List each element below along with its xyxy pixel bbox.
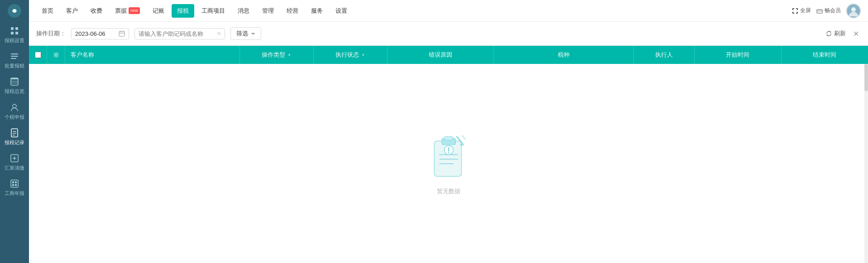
svg-rect-6 [11, 54, 18, 54]
date-input[interactable] [75, 30, 116, 37]
svg-rect-24 [12, 184, 14, 186]
sidebar-item-personal-tax[interactable]: 个税申报 [0, 98, 29, 124]
th-taxtype: 税种 [494, 46, 634, 64]
sidebar-item-tax-records[interactable]: 报税记录 [0, 124, 29, 149]
svg-rect-4 [11, 32, 14, 34]
fullscreen-button[interactable]: 全屏 [792, 7, 811, 15]
scrollbar-thumb[interactable] [864, 64, 868, 91]
sidebar-item-label: 报税记录 [5, 140, 24, 146]
sidebar: 报税设置 批量报税 报税总览 [0, 0, 29, 263]
calendar-icon [119, 30, 125, 37]
svg-rect-14 [11, 129, 18, 137]
sidebar-item-label: 报税设置 [5, 38, 24, 44]
svg-rect-10 [11, 78, 18, 79]
empty-illustration [426, 132, 471, 182]
empty-state: 暂无数据 [426, 132, 471, 195]
sidebar-item-label: 报税总览 [5, 88, 24, 94]
filter-button[interactable]: 筛选 [230, 27, 261, 40]
svg-rect-2 [11, 27, 14, 30]
th-optype[interactable]: 操作类型 [240, 46, 314, 64]
tax-overview-icon [9, 76, 20, 87]
sort-icon [361, 53, 365, 57]
fullscreen-icon [792, 8, 798, 14]
sidebar-item-label: 个税申报 [5, 114, 24, 120]
table-body: 暂无数据 [29, 64, 868, 263]
sidebar-item-tax-overview[interactable]: 报税总览 [0, 73, 29, 98]
settlement-icon [9, 153, 20, 164]
filter-bar: 操作日期： 筛选 [29, 22, 868, 46]
svg-rect-22 [12, 181, 14, 183]
nav-item-tax[interactable]: 报税 [172, 4, 194, 18]
content-area: 操作日期： 筛选 [29, 22, 868, 263]
svg-point-33 [218, 32, 220, 34]
main-area: 首页 客户 收费 票据 new 记账 报税 工商项目 消息 [29, 0, 868, 263]
svg-point-13 [13, 104, 16, 108]
th-starttime: 开始时间 [695, 46, 782, 64]
search-box[interactable] [134, 28, 225, 39]
th-executor: 执行人 [634, 46, 695, 64]
tax-settings-icon [9, 25, 20, 36]
svg-rect-26 [817, 10, 822, 13]
scrollbar-track[interactable] [864, 64, 868, 263]
th-gear[interactable] [47, 46, 65, 64]
vip-icon [816, 8, 823, 14]
topnav-right: 全屏 畅会员 [792, 4, 861, 18]
batch-tax-icon [9, 51, 20, 62]
svg-point-45 [448, 152, 449, 153]
vip-button[interactable]: 畅会员 [816, 7, 841, 15]
nav-item-ledger[interactable]: 记账 [147, 4, 170, 18]
date-label: 操作日期： [36, 29, 66, 38]
th-status[interactable]: 执行状态 [314, 46, 388, 64]
nav-item-client[interactable]: 客户 [61, 4, 83, 18]
user-avatar[interactable] [846, 4, 861, 18]
sidebar-item-batch-tax[interactable]: 批量报税 [0, 47, 29, 73]
svg-rect-39 [445, 136, 453, 140]
empty-text: 暂无数据 [437, 187, 460, 195]
personal-tax-icon [9, 102, 20, 113]
th-checkbox[interactable] [29, 46, 47, 64]
svg-rect-25 [15, 184, 17, 186]
th-endtime: 结束时间 [782, 46, 868, 64]
invoice-badge: new [129, 7, 140, 14]
nav-item-service[interactable]: 服务 [306, 4, 328, 18]
search-input[interactable] [139, 30, 215, 37]
svg-line-48 [462, 136, 465, 139]
refresh-button[interactable]: 刷新 [826, 29, 846, 38]
svg-rect-7 [11, 56, 18, 57]
sidebar-item-annual-report[interactable]: 工商年报 [0, 175, 29, 200]
svg-rect-5 [15, 32, 18, 34]
svg-rect-3 [15, 27, 18, 30]
nav-item-commerce[interactable]: 工商项目 [196, 4, 230, 18]
svg-rect-21 [11, 180, 18, 187]
nav-item-operation[interactable]: 经营 [281, 4, 304, 18]
th-error: 错误原因 [388, 46, 494, 64]
th-client: 客户名称 [65, 46, 240, 64]
svg-point-28 [851, 7, 856, 12]
nav-item-manage[interactable]: 管理 [257, 4, 279, 18]
sidebar-item-label: 批量报税 [5, 63, 24, 69]
sidebar-item-settlement[interactable]: 汇算清缴 [0, 149, 29, 175]
sidebar-item-label: 汇算清缴 [5, 165, 24, 171]
date-picker[interactable] [71, 28, 129, 39]
svg-rect-8 [11, 58, 16, 59]
settings-icon [53, 51, 60, 58]
close-button[interactable]: ✕ [851, 29, 861, 38]
svg-point-35 [55, 54, 57, 56]
data-table: 客户名称 操作类型 执行状态 错误原因 [29, 46, 868, 263]
tax-records-icon [9, 127, 20, 138]
nav-item-billing[interactable]: 收费 [85, 4, 108, 18]
top-navigation: 首页 客户 收费 票据 new 记账 报税 工商项目 消息 [29, 0, 868, 22]
sidebar-item-label: 工商年报 [5, 190, 24, 196]
nav-item-message[interactable]: 消息 [232, 4, 255, 18]
search-icon [217, 30, 221, 37]
svg-line-34 [220, 34, 221, 35]
app-logo[interactable] [0, 0, 29, 22]
select-all-checkbox[interactable] [35, 52, 41, 58]
nav-item-settings[interactable]: 设置 [330, 4, 353, 18]
nav-item-invoice[interactable]: 票据 new [110, 4, 145, 18]
svg-rect-29 [119, 31, 125, 36]
sidebar-item-tax-settings[interactable]: 报税设置 [0, 22, 29, 47]
nav-item-home[interactable]: 首页 [36, 4, 59, 18]
nav-items: 首页 客户 收费 票据 new 记账 报税 工商项目 消息 [36, 4, 792, 18]
svg-point-1 [13, 9, 16, 13]
